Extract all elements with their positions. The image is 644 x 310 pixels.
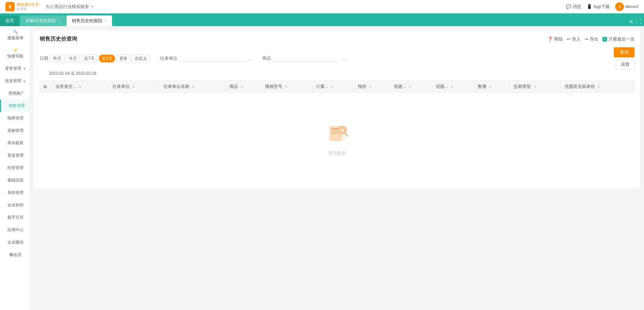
tab-close-all-button[interactable]: ✕ [629,18,633,25]
filter-buttons: 查询 设置 [614,47,635,69]
partner-dots[interactable]: ... [249,56,252,61]
query-button[interactable]: 查询 [614,47,635,57]
sidebar-item-operations-mgmt[interactable]: 经营管理 [0,162,30,174]
sidebar-label-member: 畅会员 [9,252,21,258]
sidebar-item-app-center[interactable]: 应用中心 [0,224,30,236]
sort-icon-discount1: ⇅ [408,85,411,89]
sidebar-label-app-center: 应用中心 [7,227,23,233]
date-more-btn[interactable]: 更多 [116,55,130,62]
data-table: ⚙ 业务发生... ⇅ 往来单位 ⇅ 往来单位名称 [40,81,635,93]
user-menu[interactable]: d demo2 [615,2,639,11]
partner-input[interactable] [179,55,247,62]
goods-label: 商品 [262,55,271,61]
sidebar-item-enterprise-collab[interactable]: 企业协同 [0,199,30,211]
sidebar-item-finance-mgmt[interactable]: 资金管理 [0,149,30,162]
date-1month-btn[interactable]: 近1月 [99,55,115,62]
col-pre-tax-price[interactable]: 优惠前无税单价 ⇅ [561,81,634,93]
sidebar-item-retail-mgmt[interactable]: 零售管理 ▼ [0,62,30,75]
sidebar-label-enterprise-collab: 企业协同 [7,202,23,208]
sidebar-label-system-mgmt: 系统管理 [7,190,23,196]
col-discount1[interactable]: 优惠... ⇅ [390,81,432,93]
export-button[interactable]: ↪ 导出 [585,36,598,42]
sidebar-label-ecommerce-mgmt: 电商管理 [7,115,23,121]
sort-icon-partner-name: ⇅ [192,85,195,89]
tab-purchase-history-close[interactable]: × [58,18,60,23]
sidebar-item-new-guide[interactable]: 新手引导 [0,211,30,224]
sidebar-item-marketing[interactable]: 营销推广 [0,87,30,100]
sidebar-item-sales-mgmt[interactable]: 销售管理 [0,100,30,112]
col-goods[interactable]: 商品 ⇅ [226,81,262,93]
col-quantity[interactable]: 数量 ⇅ [474,81,510,93]
sidebar-item-basic-info[interactable]: 基础信息 [0,174,30,187]
table-header-row: ⚙ 业务发生... ⇅ 往来单位 ⇅ 往来单位名称 [40,81,635,93]
col-biz-date[interactable]: 业务发生... ⇅ [52,81,109,93]
svg-rect-3 [331,131,338,132]
tab-purchase-history[interactable]: 采购历史价跟踪 × [20,15,66,26]
col-discount2[interactable]: 优惠... ⇅ [432,81,474,93]
col-discount2-label: 优惠... [436,84,448,89]
retail-arrow-icon: ▼ [23,67,26,70]
goods-dots[interactable]: ... [342,56,346,61]
sort-icon-unit: ⇅ [330,85,333,89]
logo-subtext: 标准版 [17,7,39,11]
tab-bar-actions: ✕ ⛶ [629,18,644,26]
col-unit-label: 计量... [316,84,328,89]
sidebar-item-enterprise-wechat[interactable]: 企业微信 [0,236,30,249]
import-button[interactable]: ↩ 导入 [567,36,581,42]
date-7days-btn[interactable]: 近7天 [81,55,98,62]
quick-nav-icon: ⚡ [13,48,18,52]
sort-icon-goods: ⇅ [240,85,243,89]
tab-home[interactable]: 首页 [0,15,19,26]
page-title: 销售历史价查询 [40,36,77,43]
logo-text: 畅捷通好生意 标准版 [17,2,39,11]
col-quote[interactable]: 报价 ⇅ [355,81,390,93]
tab-sales-history-close[interactable]: × [104,18,107,23]
sidebar-label-basic-info: 基础信息 [7,177,23,183]
sidebar-item-system-mgmt[interactable]: 系统管理 [0,187,30,199]
col-unit[interactable]: 计量... ⇅ [312,81,354,93]
message-button[interactable]: 💬 消息 [566,4,581,10]
col-partner-name-label: 往来单位名称 [163,84,190,89]
col-spec[interactable]: 规格型号 ⇅ [262,81,313,93]
date-custom-btn[interactable]: 自定义 [132,55,150,62]
col-settings[interactable]: ⚙ [40,81,52,93]
sidebar-label-enterprise-wechat: 企业微信 [7,240,23,245]
help-button[interactable]: ❓ 帮助 [547,36,563,42]
col-partner-code[interactable]: 往来单位 ⇅ [109,81,160,93]
settings-icon: ⚙ [43,84,47,89]
download-icon: 📱 [587,4,592,9]
svg-line-6 [345,133,348,136]
sidebar-item-quick-nav[interactable]: ⚡ 快捷导航 [0,44,30,62]
sidebar-item-purchase-mgmt[interactable]: 采购管理 [0,124,30,137]
top-bar-right: 💬 消息 📱 App下载 d demo2 [566,2,639,11]
date-today-btn[interactable]: 今天 [66,55,80,62]
sidebar-item-member[interactable]: 畅会员 [0,249,30,261]
sidebar-item-ecommerce-mgmt[interactable]: 电商管理 [0,112,30,124]
tab-maximize-button[interactable]: ⛶ [636,19,641,25]
tab-sales-history[interactable]: 销售历史价跟踪 × [66,15,112,26]
sidebar-label-sales-mgmt: 销售管理 [9,103,25,109]
col-trade-type[interactable]: 交易类型 ⇅ [510,81,561,93]
tab-purchase-history-label: 采购历史价跟踪 [25,18,56,24]
only-last-checkbox[interactable]: ✓ 只看最后一次 [602,36,635,42]
sort-icon-biz-date: ⇅ [78,85,81,89]
app-name: 办公用品行业模拟账套 [46,4,89,10]
import-icon: ↩ [567,37,571,42]
sidebar-label-inventory: 库存核算 [7,140,23,146]
settings-button[interactable]: 设置 [616,59,635,69]
col-trade-type-label: 交易类型 [514,84,531,89]
tab-home-label: 首页 [5,18,14,24]
sidebar-label-new-guide: 新手引导 [7,215,23,220]
sidebar-item-search-menu[interactable]: 🔍 搜索菜单 [0,26,30,44]
col-partner-name[interactable]: 往来单位名称 ⇅ [160,81,226,93]
sidebar-item-wholesale-mgmt[interactable]: 批发管理 ▲ [0,75,30,87]
col-quote-label: 报价 [358,84,367,89]
page-title-row: 销售历史价查询 ❓ 帮助 ↩ 导入 ↪ 导出 [40,36,635,43]
top-bar: 6 畅捷通好生意 标准版 办公用品行业模拟账套 ▼ 💬 消息 📱 App下载 d… [0,0,644,13]
date-yesterday-btn[interactable]: 昨天 [50,55,64,62]
sidebar-item-inventory[interactable]: 库存核算 [0,137,30,149]
goods-input[interactable] [273,55,340,62]
app-selector[interactable]: 办公用品行业模拟账套 ▼ [46,4,94,10]
app-download-button[interactable]: 📱 App下载 [587,4,610,10]
logo-letter: 6 [9,4,11,9]
